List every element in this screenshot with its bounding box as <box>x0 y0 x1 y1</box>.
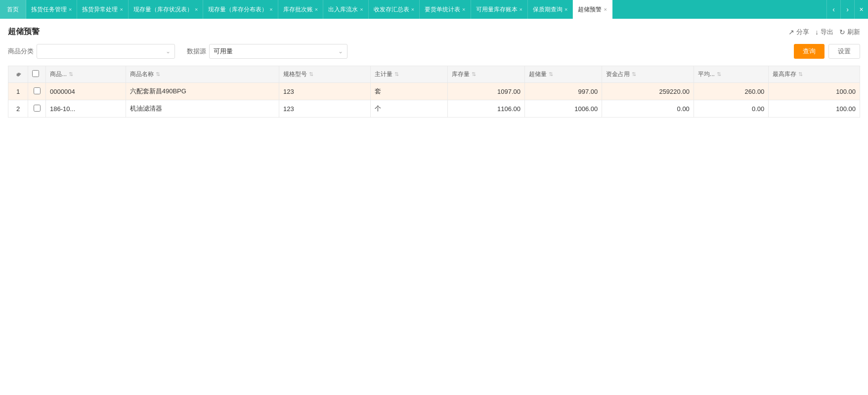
close-batch[interactable]: × <box>315 6 318 12</box>
refresh-icon: ↻ <box>839 28 845 36</box>
nav-tab-quality[interactable]: 保质期查询 × <box>528 0 573 19</box>
nav-arrow-right[interactable]: › <box>840 0 854 19</box>
cell-avg-0: 260.00 <box>694 83 768 100</box>
th-product-code[interactable]: 商品... ⇅ <box>46 66 126 83</box>
cell-max-stock-0: 100.00 <box>769 83 860 100</box>
refresh-button[interactable]: ↻ 刷新 <box>839 28 860 37</box>
nav-tab-home[interactable]: 首页 <box>0 0 26 19</box>
data-table: 商品... ⇅ 商品名称 ⇅ 规格型号 ⇅ <box>8 66 860 118</box>
th-spec[interactable]: 规格型号 ⇅ <box>279 66 371 83</box>
cell-check-0[interactable] <box>28 83 46 100</box>
close-overstock[interactable]: × <box>604 6 607 12</box>
sort-icon-product-name: ⇅ <box>156 71 160 78</box>
order-stats-label: 要货单统计表 <box>425 5 460 14</box>
inout-label: 出入库流水 <box>328 5 358 14</box>
th-avg-label: 平均... <box>698 70 715 79</box>
category-label: 商品分类 <box>8 47 34 56</box>
sort-icon-unit: ⇅ <box>394 71 399 78</box>
stock-status-label: 现存量（库存状况表） <box>133 5 193 14</box>
close-stock-dist[interactable]: × <box>269 6 272 12</box>
export-icon: ↓ <box>815 28 819 36</box>
th-gear[interactable] <box>8 66 28 83</box>
th-max-stock[interactable]: 最高库存 ⇅ <box>769 66 860 83</box>
sort-icon-overstock: ⇅ <box>549 71 553 78</box>
close-order-stats[interactable]: × <box>462 6 465 12</box>
th-product-name-label: 商品名称 <box>130 70 154 79</box>
th-spec-label: 规格型号 <box>283 70 307 79</box>
sort-icon-spec: ⇅ <box>309 71 313 78</box>
nav-tab-stock-status[interactable]: 现存量（库存状况表） × <box>129 0 203 19</box>
datasource-chevron-icon: ⌄ <box>338 48 343 55</box>
query-button[interactable]: 查询 <box>794 44 825 59</box>
nav-tab-avail-stock[interactable]: 可用量库存账本 × <box>471 0 528 19</box>
th-max-stock-label: 最高库存 <box>773 70 796 79</box>
th-overstock-label: 超储量 <box>529 70 547 79</box>
filter-row: 商品分类 ⌄ 数据源 可用量 ⌄ 查询 设置 <box>8 44 860 59</box>
settings-button[interactable]: 设置 <box>828 44 860 59</box>
category-chevron-icon: ⌄ <box>166 48 171 55</box>
page-header: 超储预警 ↗ 分享 ↓ 导出 ↻ 刷新 <box>8 27 860 37</box>
th-product-name[interactable]: 商品名称 ⇅ <box>126 66 279 83</box>
th-capital-label: 资金占用 <box>606 70 630 79</box>
cell-avg-1: 0.00 <box>694 100 768 118</box>
export-button[interactable]: ↓ 导出 <box>815 28 833 37</box>
nav-tab-exception[interactable]: 拣货异常处理 × <box>77 0 128 19</box>
close-collect[interactable]: × <box>411 6 414 12</box>
nav-tab-collect[interactable]: 收发存汇总表 × <box>369 0 420 19</box>
cell-stock-0: 1097.00 <box>447 83 524 100</box>
nav-arrow-close[interactable]: × <box>854 0 868 19</box>
nav-tab-overstock[interactable]: 超储预警 × <box>573 0 612 19</box>
th-stock[interactable]: 库存量 ⇅ <box>447 66 524 83</box>
cell-unit-1: 个 <box>370 100 447 118</box>
close-inout[interactable]: × <box>360 6 363 12</box>
row-checkbox-1[interactable] <box>34 105 41 112</box>
cell-spec-0: 123 <box>279 83 371 100</box>
page-content: 超储预警 ↗ 分享 ↓ 导出 ↻ 刷新 商品分类 ⌄ 数据源 <box>0 19 868 118</box>
cell-index-1: 2 <box>8 100 28 118</box>
th-unit[interactable]: 主计量 ⇅ <box>370 66 447 83</box>
close-task-mgmt[interactable]: × <box>69 6 72 12</box>
close-exception[interactable]: × <box>120 6 123 12</box>
overstock-label: 超储预警 <box>578 5 602 14</box>
refresh-label: 刷新 <box>847 28 860 37</box>
datasource-select[interactable]: 可用量 ⌄ <box>209 44 347 59</box>
nav-tab-task-mgmt[interactable]: 拣货任务管理 × <box>26 0 77 19</box>
cell-check-1[interactable] <box>28 100 46 118</box>
close-stock-status[interactable]: × <box>195 6 198 12</box>
close-quality[interactable]: × <box>564 6 567 12</box>
nav-tab-inout[interactable]: 出入库流水 × <box>323 0 368 19</box>
nav-tab-stock-dist[interactable]: 现存量（库存分布表） × <box>203 0 278 19</box>
cell-index-0: 1 <box>8 83 28 100</box>
sort-icon-stock: ⇅ <box>472 71 476 78</box>
th-avg[interactable]: 平均... ⇅ <box>694 66 768 83</box>
cell-product-code-1: 186-10... <box>46 100 126 118</box>
cell-max-stock-1: 100.00 <box>769 100 860 118</box>
avail-stock-label: 可用量库存账本 <box>476 5 518 14</box>
category-select[interactable]: ⌄ <box>37 44 175 59</box>
th-capital[interactable]: 资金占用 ⇅ <box>602 66 694 83</box>
sort-icon-product-code: ⇅ <box>69 71 73 78</box>
select-all-checkbox[interactable] <box>32 70 39 77</box>
nav-tab-order-stats[interactable]: 要货单统计表 × <box>420 0 471 19</box>
th-check[interactable] <box>28 66 46 83</box>
header-actions: ↗ 分享 ↓ 导出 ↻ 刷新 <box>788 28 860 37</box>
table-row: 2 186-10... 机油滤清器 123 个 1106.00 1006.00 … <box>8 100 860 118</box>
close-avail-stock[interactable]: × <box>520 6 522 12</box>
cell-stock-1: 1106.00 <box>447 100 524 118</box>
datasource-filter: 数据源 可用量 ⌄ <box>187 44 347 59</box>
datasource-value: 可用量 <box>214 47 233 56</box>
th-overstock[interactable]: 超储量 ⇅ <box>525 66 602 83</box>
cell-capital-0: 259220.00 <box>602 83 694 100</box>
stock-dist-label: 现存量（库存分布表） <box>208 5 267 14</box>
cell-capital-1: 0.00 <box>602 100 694 118</box>
cell-unit-0: 套 <box>370 83 447 100</box>
task-mgmt-label: 拣货任务管理 <box>31 5 67 14</box>
th-stock-label: 库存量 <box>452 70 470 79</box>
category-filter: 商品分类 ⌄ <box>8 44 175 59</box>
cell-product-name-1: 机油滤清器 <box>126 100 279 118</box>
row-checkbox-0[interactable] <box>34 87 41 94</box>
share-button[interactable]: ↗ 分享 <box>788 28 809 37</box>
batch-label: 库存批次账 <box>283 5 313 14</box>
nav-tab-batch[interactable]: 库存批次账 × <box>278 0 323 19</box>
nav-arrow-left[interactable]: ‹ <box>826 0 840 19</box>
